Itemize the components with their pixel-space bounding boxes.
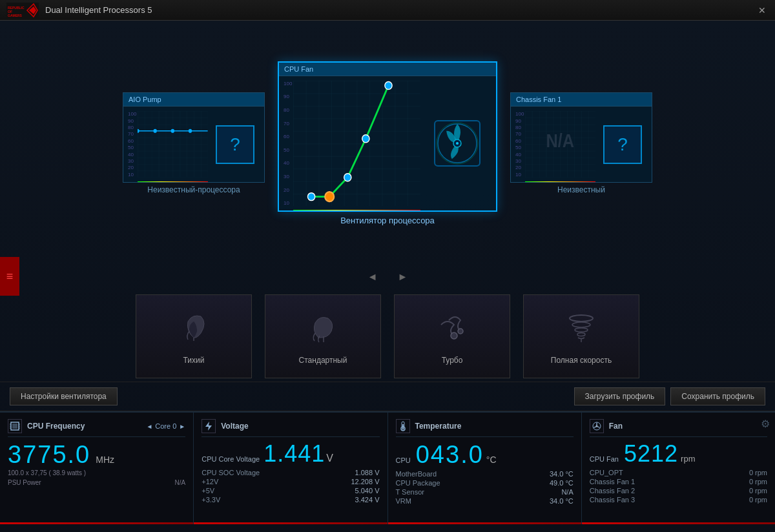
5v-label: +5V [202, 487, 214, 495]
standard-label: Стандартный [299, 356, 347, 365]
full-speed-mode-button[interactable]: Полная скорость [523, 294, 639, 378]
main-content: ≡ AIO Pump 10090807060 5040302010 [0, 21, 775, 532]
chassis-question-box: ? [603, 125, 642, 164]
full-speed-icon [564, 309, 599, 349]
svg-rect-6 [138, 111, 208, 178]
cpu-fan-wrapper: CPU Fan 10090807060 5040302010 [278, 61, 497, 226]
svg-point-20 [456, 142, 459, 145]
close-button[interactable]: ✕ [756, 4, 769, 17]
menu-icon: ≡ [6, 270, 14, 283]
silent-icon [176, 309, 212, 349]
aio-fan-icon-area: ? [209, 110, 261, 179]
turbo-icon [435, 309, 470, 349]
svg-point-14 [362, 135, 369, 143]
12v-value: 12.208 V [351, 478, 379, 486]
psu-value: N/A [175, 479, 186, 486]
standard-mode-button[interactable]: Стандартный [265, 294, 381, 378]
fan-red-indicator [582, 522, 775, 524]
5v-value: 5.040 V [355, 487, 380, 495]
svg-point-10 [189, 129, 192, 133]
pagination: ◄ ► [0, 266, 775, 288]
cpu-core-voltage-value: 1.441 [264, 442, 325, 466]
temp-bar-cpu [293, 210, 420, 212]
soc-value: 1.088 V [355, 469, 380, 476]
chassis-fan2-row: Chassis Fan 2 0 rpm [590, 486, 767, 495]
core-prev-button[interactable]: ◄ [146, 423, 152, 430]
svg-point-42 [402, 428, 404, 430]
chassis-fan3-row: Chassis Fan 3 0 rpm [590, 495, 767, 504]
profile-buttons: Загрузить профиль Сохранить профиль [574, 387, 765, 405]
voltage-panel: Voltage CPU Core Voltage 1.441 V CPU SOC… [194, 413, 388, 524]
cpu-freq-title: CPU Frequency [27, 422, 85, 431]
svg-point-29 [577, 332, 585, 336]
cpu-fan-speed-value: 5212 [624, 442, 678, 466]
cpu-fan-subtitle: Вентилятор процессора [340, 216, 435, 225]
aio-subtitle: Неизвестный-процессора [147, 185, 240, 194]
core-label: Core 0 [155, 422, 176, 430]
gear-icon[interactable]: ⚙ [761, 418, 770, 430]
cpu-fan-card[interactable]: CPU Fan 10090807060 5040302010 [278, 61, 497, 212]
cpu-core-label: CPU Core Voltage [202, 455, 260, 463]
cpu-core-voltage-unit: V [326, 453, 333, 464]
psu-power-row: PSU Power N/A [8, 479, 185, 486]
voltage-title: Voltage [221, 422, 248, 431]
full-speed-label: Полная скорость [551, 356, 612, 365]
svg-text:N/A: N/A [546, 130, 575, 152]
next-page-button[interactable]: ► [393, 269, 413, 285]
save-profile-button[interactable]: Сохранить профиль [670, 387, 765, 405]
svg-point-13 [344, 173, 351, 181]
temp-header: Temperature [396, 419, 574, 437]
temp-bar-chassis [525, 181, 595, 183]
cpu-freq-header: CPU Frequency ◄ Core 0 ► [8, 419, 185, 437]
temp-icon [396, 419, 410, 433]
voltage-5v-row: +5V 5.040 V [202, 486, 379, 495]
3v3-value: 3.424 V [355, 496, 380, 504]
svg-point-12 [308, 192, 315, 200]
tsensor-row: T Sensor N/A [396, 487, 574, 496]
temp-title: Temperature [415, 422, 462, 431]
cpu-icon [8, 419, 22, 433]
svg-rect-41 [402, 424, 404, 428]
voltage-3v3-row: +3.3V 3.424 V [202, 495, 379, 504]
cpu-freq-unit: MHz [96, 455, 114, 465]
chassis-fan1-row: Chassis Fan 1 0 rpm [590, 477, 767, 486]
soc-label: CPU SOC Voltage [202, 469, 260, 476]
prev-page-button[interactable]: ◄ [362, 269, 383, 285]
chassis-fan1-title: Chassis Fan 1 [511, 93, 652, 107]
turbo-mode-button[interactable]: Турбо [394, 294, 510, 378]
fan-spinner-visual [431, 118, 483, 169]
svg-text:GAMERS: GAMERS [8, 14, 23, 17]
temperature-panel: Temperature CPU 043.0 °C MotherBoard 34.… [388, 413, 582, 524]
voltage-12v-row: +12V 12.208 V [202, 477, 379, 486]
turbo-label: Турбо [442, 356, 463, 365]
aio-pump-card[interactable]: AIO Pump 10090807060 5040302010 [123, 92, 265, 183]
silent-mode-button[interactable]: Тихий [136, 294, 252, 378]
sidebar-toggle[interactable]: ≡ [0, 257, 19, 296]
svg-rect-31 [12, 424, 17, 429]
voltage-soc-row: CPU SOC Voltage 1.088 V [202, 468, 379, 477]
cpu-fan-speed-unit: rpm [681, 454, 695, 464]
fan-cards-section: AIO Pump 10090807060 5040302010 [0, 21, 775, 266]
fan-header: Fan ⚙ [590, 419, 767, 437]
y-axis-labels: 10090807060 5040302010 [128, 111, 138, 178]
12v-label: +12V [202, 478, 218, 486]
svg-point-28 [575, 328, 588, 332]
action-bar: Настройки вентилятора Загрузить профиль … [0, 382, 775, 411]
load-profile-button[interactable]: Загрузить профиль [574, 387, 666, 405]
core-next-button[interactable]: ► [179, 423, 185, 430]
cpu-fan-title: CPU Fan [279, 63, 496, 76]
chassis-fan1-card[interactable]: Chassis Fan 1 10090807060 5040302010 [510, 92, 652, 183]
svg-point-27 [572, 322, 590, 327]
fan-status-icon [590, 419, 604, 433]
cpu-red-indicator [0, 522, 193, 524]
cpu-temp-unit: °C [486, 455, 497, 465]
aio-graph [138, 111, 208, 178]
chassis-graph: N/A [525, 111, 595, 178]
silent-label: Тихий [183, 356, 205, 365]
fan-settings-button[interactable]: Настройки вентилятора [10, 387, 118, 405]
svg-marker-38 [205, 422, 212, 431]
cpu-temp-label: CPU [396, 456, 411, 464]
voltage-icon [202, 419, 216, 433]
chassis-fan1-content: 10090807060 5040302010 [511, 107, 652, 182]
cpu-temp-value: 043.0 [416, 442, 484, 467]
